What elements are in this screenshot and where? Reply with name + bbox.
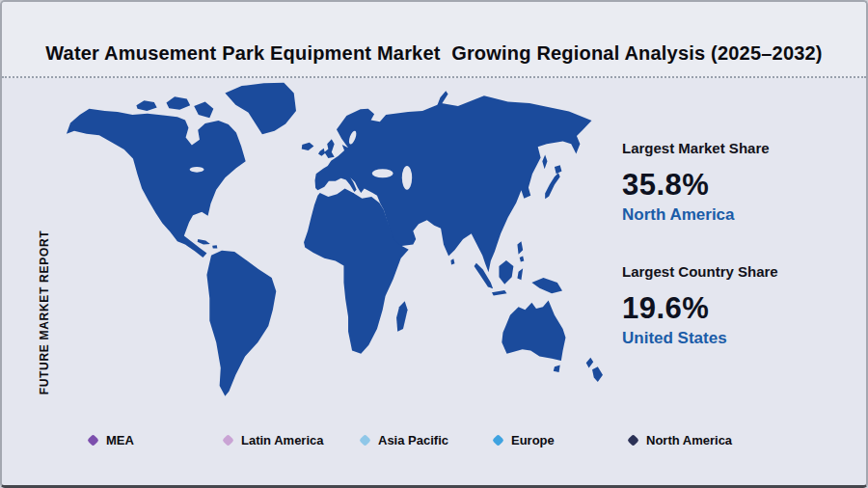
header: Water Amusement Park Equipment Market Gr…	[2, 2, 866, 78]
legend-dot-latin-america	[222, 434, 234, 447]
legend-item-europe: Europe	[494, 433, 555, 447]
legend-dot-asia-pacific	[359, 434, 371, 447]
great-lakes-shape	[190, 167, 204, 173]
world-map	[52, 81, 607, 407]
legend-label: Europe	[511, 433, 555, 447]
stat-label: Largest Country Share	[622, 263, 858, 280]
south-america-shape	[206, 251, 276, 396]
legend-item-latin-america: Latin America	[224, 433, 324, 447]
caspian-sea-shape	[402, 166, 412, 190]
sri-lanka-shape	[450, 258, 454, 264]
brand-vertical-label: FUTURE MARKET REPORT	[38, 230, 51, 395]
legend-dot-europe	[492, 434, 504, 447]
legend-item-asia-pacific: Asia Pacific	[361, 433, 448, 447]
new-zealand-shape	[586, 358, 603, 382]
infographic-frame: Water Amusement Park Equipment Market Gr…	[0, 0, 868, 488]
caribbean-shape	[198, 239, 218, 249]
stat-region: North America	[622, 205, 858, 225]
legend-dot-north-america	[627, 434, 639, 447]
stats-panel: Largest Market Share 35.8% North America…	[622, 140, 858, 348]
stat-value: 19.6%	[622, 291, 858, 326]
legend-label: North America	[646, 433, 732, 447]
stat-largest-country-share: Largest Country Share 19.6% United State…	[622, 263, 858, 348]
legend-label: Latin America	[241, 433, 324, 447]
madagascar-shape	[396, 301, 408, 332]
page-title: Water Amusement Park Equipment Market Gr…	[2, 2, 866, 65]
uk-ireland-shape	[318, 139, 335, 158]
australia-shape	[502, 301, 565, 372]
stat-label: Largest Market Share	[622, 140, 858, 156]
stat-value: 35.8%	[622, 168, 858, 203]
legend-label: MEA	[106, 433, 134, 447]
north-america-shape	[67, 109, 246, 258]
stat-region: United States	[622, 329, 858, 348]
greenland-shape	[225, 83, 296, 135]
iceland-shape	[302, 143, 314, 150]
legend-label: Asia Pacific	[378, 433, 448, 447]
legend-item-north-america: North America	[629, 433, 732, 447]
legend-item-mea: MEA	[89, 433, 134, 447]
infographic-canvas: Water Amusement Park Equipment Market Gr…	[0, 0, 868, 488]
map-land	[67, 83, 603, 396]
stat-largest-market-share: Largest Market Share 35.8% North America	[622, 140, 858, 225]
black-sea-shape	[372, 169, 393, 177]
japan-sakhalin-shape	[542, 155, 561, 200]
legend-dot-mea	[87, 434, 99, 447]
